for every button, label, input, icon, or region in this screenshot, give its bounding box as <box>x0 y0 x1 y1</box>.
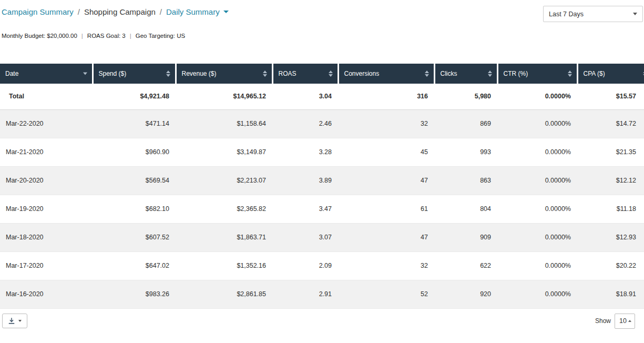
table-row: Mar-19-2020$682.10$2,365.823.47618040.00… <box>0 195 644 223</box>
chevron-down-icon <box>223 11 229 13</box>
cell-value: $14.72 <box>577 109 644 138</box>
cell-value: $21.35 <box>577 138 644 166</box>
table-row: Mar-20-2020$569.54$2,213.073.89478630.00… <box>0 166 644 195</box>
total-ctr: 0.0000% <box>497 84 577 109</box>
column-header-spend[interactable]: Spend ($) <box>93 64 176 84</box>
campaign-meta-line: Monthly Budget: $20,000.00 | ROAS Goal: … <box>0 22 644 39</box>
top-bar: Campaign Summary / Shopping Campaign / D… <box>0 0 644 22</box>
column-header-cpa[interactable]: CPA ($) <box>577 64 644 84</box>
download-icon <box>8 317 15 325</box>
cell-value: $1,352.16 <box>176 251 272 280</box>
cell-value: 920 <box>434 280 497 308</box>
sort-both-icon <box>568 70 572 77</box>
column-label: ROAS <box>279 70 297 77</box>
geo-targeting-text: Geo Targeting: US <box>136 33 185 39</box>
table-row: Mar-22-2020$471.14$1,158.642.46328690.00… <box>0 109 644 138</box>
cell-value: 0.0000% <box>497 223 577 251</box>
column-label: Clicks <box>441 70 457 77</box>
cell-value: $960.90 <box>93 138 176 166</box>
column-header-revenue[interactable]: Revenue ($) <box>176 64 272 84</box>
cell-value: $647.02 <box>93 251 176 280</box>
column-label: CPA ($) <box>584 70 605 77</box>
cell-value: $1,863.71 <box>176 223 272 251</box>
column-label: Conversions <box>344 70 380 77</box>
table-row: Mar-16-2020$983.26$2,861.852.91529200.00… <box>0 280 644 308</box>
cell-value: $2,365.82 <box>176 195 272 223</box>
meta-divider: | <box>130 33 131 39</box>
cell-value: $2,213.07 <box>176 166 272 195</box>
column-header-date[interactable]: Date <box>0 64 93 84</box>
cell-value: 0.0000% <box>497 280 577 308</box>
cell-date: Mar-21-2020 <box>0 138 93 166</box>
daily-summary-table: Date Spend ($) Revenue ($) ROAS <box>0 64 644 309</box>
breadcrumb-view-dropdown[interactable]: Daily Summary <box>166 7 229 16</box>
chevron-up-icon <box>628 320 631 322</box>
column-header-clicks[interactable]: Clicks <box>434 64 497 84</box>
page-size-selector[interactable]: 10 <box>615 314 635 329</box>
total-spend: $4,921.48 <box>93 84 176 109</box>
cell-date: Mar-19-2020 <box>0 195 93 223</box>
table-row: Mar-18-2020$607.52$1,863.713.07479090.00… <box>0 223 644 251</box>
date-range-value: Last 7 Days <box>549 11 584 18</box>
total-roas: 3.04 <box>272 84 338 109</box>
cell-value: 3.47 <box>272 195 338 223</box>
roas-goal-text: ROAS Goal: 3 <box>87 33 126 39</box>
column-header-ctr[interactable]: CTR (%) <box>497 64 577 84</box>
show-label: Show <box>595 317 611 325</box>
cell-value: 32 <box>338 251 434 280</box>
breadcrumb-campaign-summary-link[interactable]: Campaign Summary <box>2 7 74 16</box>
cell-value: 0.0000% <box>497 109 577 138</box>
cell-value: $11.18 <box>577 195 644 223</box>
cell-date: Mar-22-2020 <box>0 109 93 138</box>
cell-value: 3.89 <box>272 166 338 195</box>
monthly-budget-text: Monthly Budget: $20,000.00 <box>2 33 77 39</box>
cell-value: 47 <box>338 166 434 195</box>
total-cpa: $15.57 <box>577 84 644 109</box>
cell-date: Mar-17-2020 <box>0 251 93 280</box>
table-row: Mar-17-2020$647.02$1,352.162.09326220.00… <box>0 251 644 280</box>
cell-date: Mar-18-2020 <box>0 223 93 251</box>
total-clicks: 5,980 <box>434 84 497 109</box>
breadcrumb-separator: / <box>78 7 80 16</box>
cell-value: $607.52 <box>93 223 176 251</box>
date-range-dropdown[interactable]: Last 7 Days <box>543 6 643 22</box>
column-label: Spend ($) <box>99 70 127 77</box>
cell-value: $2,861.85 <box>176 280 272 308</box>
table-body: Mar-22-2020$471.14$1,158.642.46328690.00… <box>0 109 644 308</box>
cell-value: 61 <box>338 195 434 223</box>
cell-date: Mar-20-2020 <box>0 166 93 195</box>
total-body: Total $4,921.48 $14,965.12 3.04 316 5,98… <box>0 84 644 109</box>
cell-value: 909 <box>434 223 497 251</box>
cell-value: 2.91 <box>272 280 338 308</box>
column-header-roas[interactable]: ROAS <box>272 64 338 84</box>
chevron-down-icon <box>18 320 22 322</box>
column-header-conversions[interactable]: Conversions <box>338 64 434 84</box>
chevron-down-icon <box>633 13 637 15</box>
cell-value: $1,158.64 <box>176 109 272 138</box>
cell-value: 863 <box>434 166 497 195</box>
table-row: Mar-21-2020$960.90$3,149.873.28459930.00… <box>0 138 644 166</box>
cell-value: 32 <box>338 109 434 138</box>
column-label: CTR (%) <box>504 70 528 77</box>
page-size-control: Show 10 <box>595 314 635 329</box>
cell-value: 3.28 <box>272 138 338 166</box>
cell-value: 993 <box>434 138 497 166</box>
cell-value: 2.46 <box>272 109 338 138</box>
cell-value: 0.0000% <box>497 166 577 195</box>
total-label: Total <box>0 84 93 109</box>
cell-value: 47 <box>338 223 434 251</box>
download-button[interactable] <box>2 314 27 328</box>
daily-summary-page: Campaign Summary / Shopping Campaign / D… <box>0 0 644 343</box>
total-conversions: 316 <box>338 84 434 109</box>
breadcrumb-campaign-name: Shopping Campaign <box>84 7 156 16</box>
cell-value: 869 <box>434 109 497 138</box>
cell-value: 45 <box>338 138 434 166</box>
cell-value: $12.12 <box>577 166 644 195</box>
cell-value: 622 <box>434 251 497 280</box>
cell-value: 0.0000% <box>497 251 577 280</box>
cell-value: $3,149.87 <box>176 138 272 166</box>
total-row: Total $4,921.48 $14,965.12 3.04 316 5,98… <box>0 84 644 109</box>
cell-value: 52 <box>338 280 434 308</box>
cell-value: $471.14 <box>93 109 176 138</box>
cell-value: $983.26 <box>93 280 176 308</box>
